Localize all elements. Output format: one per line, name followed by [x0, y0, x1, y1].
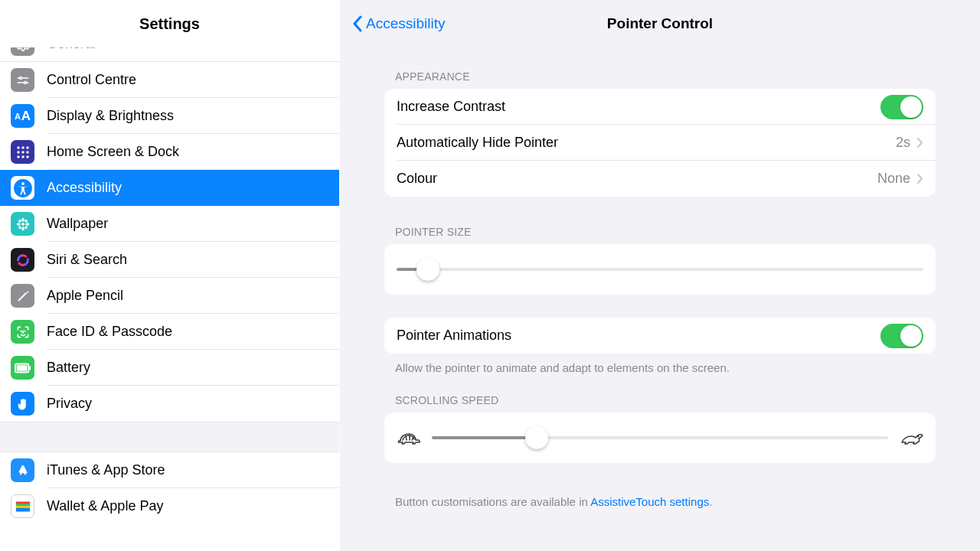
back-label: Accessibility — [366, 15, 445, 32]
row-auto-hide[interactable]: Automatically Hide Pointer 2s — [384, 125, 936, 161]
sidebar-item-itunes[interactable]: iTunes & App Store — [0, 452, 339, 488]
svg-rect-7 — [17, 146, 19, 148]
svg-point-26 — [24, 225, 28, 229]
siri-icon — [11, 248, 34, 272]
sidebar-item-battery[interactable]: Battery — [0, 350, 339, 386]
row-label: Pointer Animations — [397, 328, 880, 344]
scrolling-speed-slider[interactable] — [432, 426, 888, 449]
svg-rect-33 — [16, 365, 27, 370]
appstore-icon — [11, 458, 34, 482]
section-header-pointer-size: POINTER SIZE — [340, 197, 980, 244]
sidebar-title: Settings — [0, 0, 339, 47]
appearance-card: Increase Contrast Automatically Hide Poi… — [384, 89, 936, 197]
svg-point-18 — [21, 222, 24, 225]
section-header-scrolling: SCROLLING SPEED — [340, 374, 980, 412]
pencil-icon — [11, 284, 34, 308]
sliders-icon — [11, 68, 34, 92]
chevron-right-icon — [916, 137, 923, 148]
sidebar-item-pencil[interactable]: Apple Pencil — [0, 278, 339, 314]
chevron-left-icon — [349, 15, 366, 32]
svg-point-25 — [18, 225, 21, 229]
row-label: Automatically Hide Pointer — [397, 135, 896, 151]
battery-icon — [11, 356, 34, 380]
svg-rect-8 — [21, 146, 24, 148]
sidebar-item-label: Accessibility — [47, 180, 122, 196]
row-label: Colour — [397, 171, 877, 187]
chevron-right-icon — [916, 173, 923, 184]
hand-icon — [11, 392, 34, 416]
sidebar-item-general[interactable]: General — [0, 47, 339, 62]
svg-rect-9 — [26, 146, 28, 148]
row-value: None — [877, 171, 910, 187]
pointer-size-slider-card — [384, 244, 936, 295]
text-size-icon: AA — [11, 104, 34, 128]
toggle-increase-contrast[interactable] — [880, 95, 923, 119]
sidebar: Settings General Control Centre — [0, 0, 340, 551]
svg-point-21 — [16, 223, 20, 226]
pointer-size-slider[interactable] — [397, 258, 923, 281]
svg-rect-15 — [26, 155, 28, 158]
svg-rect-38 — [15, 507, 29, 511]
sidebar-item-display[interactable]: AA Display & Brightness — [0, 98, 339, 134]
sidebar-item-privacy[interactable]: Privacy — [0, 386, 339, 422]
row-increase-contrast[interactable]: Increase Contrast — [384, 89, 936, 125]
sidebar-item-accessibility[interactable]: Accessibility — [0, 170, 339, 206]
svg-rect-12 — [26, 151, 28, 153]
wallet-icon — [11, 494, 34, 518]
sidebar-item-wallpaper[interactable]: Wallpaper — [0, 206, 339, 242]
sidebar-item-label: General — [47, 47, 96, 52]
row-label: Increase Contrast — [397, 99, 880, 115]
accessibility-icon — [11, 176, 34, 200]
section-header-appearance: APPEARANCE — [340, 47, 980, 89]
svg-rect-34 — [29, 366, 31, 370]
sidebar-item-wallet[interactable]: Wallet & Apple Pay — [0, 488, 339, 524]
sidebar-item-label: Face ID & Passcode — [47, 324, 172, 340]
flower-icon — [11, 212, 34, 236]
sidebar-item-label: Wallpaper — [47, 216, 108, 232]
assistivetouch-link[interactable]: AssistiveTouch settings — [590, 495, 709, 508]
grid-icon — [11, 140, 34, 164]
sidebar-item-label: Home Screen & Dock — [47, 144, 179, 160]
svg-point-24 — [24, 219, 28, 223]
sidebar-item-label: Privacy — [47, 396, 92, 412]
back-button[interactable]: Accessibility — [349, 15, 445, 32]
hare-icon — [899, 429, 923, 446]
svg-point-39 — [917, 435, 918, 436]
svg-point-17 — [21, 182, 24, 185]
footer-suffix: . — [709, 495, 712, 508]
svg-point-22 — [25, 223, 29, 226]
assistivetouch-footer: Button customisations are available in A… — [340, 463, 980, 508]
pointer-animations-card: Pointer Animations — [384, 318, 936, 354]
scrolling-slider-card — [384, 412, 936, 463]
sidebar-item-label: Display & Brightness — [47, 108, 174, 124]
svg-rect-14 — [21, 155, 24, 158]
sidebar-item-home[interactable]: Home Screen & Dock — [0, 134, 339, 170]
main-header: Accessibility Pointer Control — [340, 0, 980, 47]
sidebar-item-control-centre[interactable]: Control Centre — [0, 62, 339, 98]
row-colour[interactable]: Colour None — [384, 161, 936, 197]
svg-rect-13 — [17, 155, 19, 158]
sidebar-list[interactable]: General Control Centre AA Display & Brig… — [0, 47, 339, 551]
sidebar-item-siri[interactable]: Siri & Search — [0, 242, 339, 278]
svg-point-19 — [21, 217, 24, 221]
svg-rect-10 — [17, 151, 19, 153]
sidebar-item-label: Apple Pencil — [47, 288, 123, 304]
svg-point-20 — [21, 227, 24, 230]
gear-icon — [11, 47, 34, 56]
toggle-pointer-animations[interactable] — [880, 324, 923, 348]
tortoise-icon — [397, 429, 421, 446]
main-pane: Accessibility Pointer Control APPEARANCE… — [340, 0, 980, 551]
footer-prefix: Button customisations are available in — [395, 495, 590, 508]
sidebar-item-label: Wallet & Apple Pay — [47, 498, 163, 514]
page-title: Pointer Control — [607, 15, 713, 32]
faceid-icon — [11, 320, 34, 344]
sidebar-item-faceid[interactable]: Face ID & Passcode — [0, 314, 339, 350]
sidebar-item-label: iTunes & App Store — [47, 462, 165, 478]
sidebar-item-label: Siri & Search — [47, 252, 127, 268]
svg-point-23 — [18, 219, 21, 223]
svg-rect-11 — [21, 151, 24, 153]
sidebar-group-gap — [0, 422, 339, 452]
sidebar-item-label: Control Centre — [47, 72, 136, 88]
row-pointer-animations[interactable]: Pointer Animations — [384, 318, 936, 354]
sidebar-item-label: Battery — [47, 360, 90, 376]
